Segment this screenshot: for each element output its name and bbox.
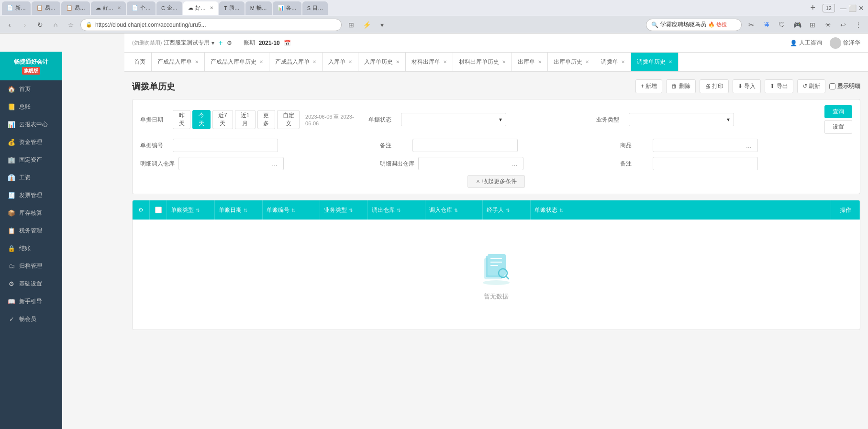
page-tab-0[interactable]: 首页 — [128, 53, 152, 72]
new-button[interactable]: + 新增 — [635, 79, 662, 93]
tab-close-icon[interactable]: ✕ — [621, 59, 625, 65]
docno-input[interactable] — [173, 139, 278, 152]
detail-in-ellipsis[interactable]: ... — [270, 160, 279, 167]
browser-tab-t7[interactable]: ☁好…✕ — [183, 1, 218, 15]
1month-btn[interactable]: 近1月 — [235, 110, 256, 129]
browser-tab-t3[interactable]: 📋易… — [61, 1, 90, 15]
forward-button[interactable]: › — [19, 19, 31, 31]
page-tab-5[interactable]: 入库单历史✕ — [358, 53, 406, 72]
tab-close-icon[interactable]: ✕ — [259, 59, 263, 65]
sidebar-item-tax[interactable]: 📋税务管理 — [0, 222, 62, 240]
tab-close-icon[interactable]: ✕ — [502, 59, 506, 65]
back-button[interactable]: ‹ — [4, 19, 15, 31]
support-button[interactable]: 👤 人工咨询 — [790, 39, 822, 47]
yesterday-btn[interactable]: 昨天 — [173, 110, 190, 129]
extensions-button[interactable]: ⊞ — [345, 19, 357, 31]
page-tab-3[interactable]: 产成品入库单✕ — [269, 53, 323, 72]
today-btn[interactable]: 今天 — [192, 110, 210, 129]
th-type[interactable]: 单账类型 ⇅ — [167, 200, 215, 220]
page-tab-4[interactable]: 入库单✕ — [323, 53, 358, 72]
lightning-button[interactable]: ⚡ — [361, 19, 372, 31]
url-bar[interactable]: 🔒 https://cloud.chanjet.com/accounting/u… — [80, 19, 342, 31]
sidebar-item-funds[interactable]: 💰资金管理 — [0, 133, 62, 151]
page-tab-6[interactable]: 材料出库单✕ — [406, 53, 453, 72]
browser-tab-t9[interactable]: M畅… — [245, 1, 272, 15]
browser-tab-t1[interactable]: 📄新… — [2, 1, 31, 15]
status-select[interactable]: ▾ — [401, 113, 506, 126]
browser-tab-t10[interactable]: 📊各… — [273, 1, 301, 15]
sidebar-item-reports[interactable]: 📊云报表中心 — [0, 116, 62, 133]
sidebar-item-guide[interactable]: 📖新手引导 — [0, 293, 62, 310]
header-checkbox[interactable] — [155, 207, 162, 213]
calendar-icon[interactable]: 📅 — [284, 40, 291, 46]
sidebar-item-closing[interactable]: 🔒结账 — [0, 240, 62, 257]
user-avatar-area[interactable]: 徐泽华 — [830, 37, 860, 49]
sidebar-item-assets[interactable]: 🏢固定资产 — [0, 151, 62, 169]
browser-tab-t2[interactable]: 📋易… — [32, 1, 60, 15]
refresh-button[interactable]: ↺ 刷新 — [797, 79, 825, 93]
settings-icon[interactable]: ⚙ — [227, 40, 232, 46]
home-button[interactable]: ⌂ — [50, 19, 61, 31]
export-button[interactable]: ⬆ 导出 — [765, 79, 793, 93]
tab-close-icon[interactable]: ✕ — [443, 59, 447, 65]
page-tab-8[interactable]: 出库单✕ — [512, 53, 548, 72]
th-btype[interactable]: 业务类型 ⇅ — [320, 200, 368, 220]
tab-close-icon[interactable]: ✕ — [312, 59, 316, 65]
game-button[interactable]: 🎮 — [791, 19, 803, 31]
undo-button[interactable]: ↩ — [837, 19, 849, 31]
sidebar-item-wages[interactable]: 👔工资 — [0, 169, 62, 187]
th-no[interactable]: 单账编号 ⇅ — [263, 200, 320, 220]
collapse-button[interactable]: ∧ 收起更多条件 — [467, 175, 524, 188]
page-tab-2[interactable]: 产成品入库单历史✕ — [205, 53, 269, 72]
th-gear[interactable]: ⚙ — [133, 200, 150, 220]
remark-input[interactable] — [412, 139, 518, 152]
sidebar-item-archive[interactable]: 🗂归档管理 — [0, 257, 62, 275]
detail-out-ellipsis[interactable]: ... — [510, 160, 520, 167]
import-button[interactable]: ⬇ 导入 — [733, 79, 761, 93]
sidebar-item-invoice[interactable]: 🧾发票管理 — [0, 187, 62, 204]
display-detail-input[interactable] — [829, 83, 835, 89]
th-date[interactable]: 单账日期 ⇅ — [215, 200, 263, 220]
note-input[interactable] — [653, 157, 758, 170]
tab-close-icon[interactable]: ✕ — [668, 59, 672, 65]
browser-tab-t6[interactable]: C企… — [156, 1, 182, 15]
th-status[interactable]: 单账状态 ⇅ — [531, 200, 831, 220]
dropdown-button[interactable]: ▾ — [376, 19, 388, 31]
page-tab-11[interactable]: 调拨单历史✕ — [631, 53, 679, 72]
tab-close-icon[interactable]: ✕ — [348, 59, 352, 65]
menu-button[interactable]: ⋮ — [853, 19, 864, 31]
page-tab-7[interactable]: 材料出库单历史✕ — [453, 53, 512, 72]
add-company-button[interactable]: + — [218, 39, 223, 47]
tab-close-icon[interactable]: ✕ — [538, 59, 542, 65]
translate-button[interactable]: 译 — [761, 19, 772, 31]
grid-button[interactable]: ⊞ — [807, 19, 818, 31]
th-out[interactable]: 调出仓库 ⇅ — [368, 200, 425, 220]
scissors-button[interactable]: ✂ — [746, 19, 757, 31]
tab-close-icon[interactable]: ✕ — [195, 59, 199, 65]
delete-button[interactable]: 🗑 删除 — [666, 79, 695, 93]
sun-button[interactable]: ☀ — [822, 19, 834, 31]
sidebar-item-member[interactable]: ✓畅会员 — [0, 310, 62, 328]
sidebar-item-ledger[interactable]: 📒总账 — [0, 98, 62, 116]
page-tab-9[interactable]: 出库单历史✕ — [548, 53, 595, 72]
7days-btn[interactable]: 近7天 — [212, 110, 233, 129]
search-bar[interactable]: 🔍 学霸应聘场驱鸟员 🔥 热搜 — [646, 19, 742, 31]
company-selector[interactable]: (勿删勿禁用) 江西服宝测试专用 ▾ — [132, 39, 214, 47]
query-button[interactable]: 查询 — [824, 105, 852, 118]
reload-button[interactable]: ↻ — [34, 19, 46, 31]
tab-close-icon[interactable]: ✕ — [585, 59, 589, 65]
browser-tab-t11[interactable]: S目… — [302, 1, 328, 15]
page-tab-1[interactable]: 产成品入库单✕ — [152, 53, 205, 72]
setting-button[interactable]: 设置 — [824, 120, 852, 134]
new-tab-button[interactable]: + — [806, 1, 820, 15]
display-detail-checkbox[interactable]: 显示明细 — [829, 82, 860, 90]
shield-button[interactable]: 🛡 — [776, 19, 788, 31]
custom-btn[interactable]: 自定义 — [277, 110, 300, 129]
page-tab-10[interactable]: 调拨单✕ — [595, 53, 631, 72]
sidebar-item-home[interactable]: 🏠首页 — [0, 80, 62, 98]
browser-tab-t5[interactable]: 📄个… — [127, 1, 156, 15]
th-check[interactable] — [150, 200, 167, 220]
print-button[interactable]: 🖨 打印 — [700, 79, 729, 93]
th-handler[interactable]: 经手人 ⇅ — [483, 200, 531, 220]
more-btn[interactable]: 更多 — [257, 110, 275, 129]
